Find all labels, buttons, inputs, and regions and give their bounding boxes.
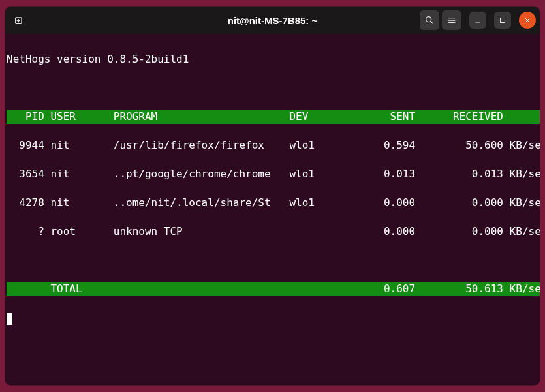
table-row: 4278nit..ome/nit/.local/share/Stwlo10.00… (7, 196, 540, 210)
close-button[interactable] (519, 12, 536, 29)
total-row: TOTAL 0.60750.613KB/sec (7, 282, 540, 296)
maximize-button[interactable] (494, 12, 511, 29)
col-dev: DEV (289, 110, 339, 124)
column-header: PIDUSERPROGRAMDEVSENTRECEIVED (7, 110, 540, 124)
menu-button[interactable] (442, 10, 461, 30)
svg-point-1 (426, 17, 431, 22)
cursor (7, 313, 12, 325)
terminal-output[interactable]: NetHogs version 0.8.5-2build1 PIDUSERPRO… (5, 34, 540, 385)
svg-rect-2 (501, 18, 505, 23)
col-pid: PID (7, 110, 44, 124)
version-line: NetHogs version 0.8.5-2build1 (7, 52, 540, 67)
titlebar: nit@nit-MS-7B85: ~ (5, 7, 540, 34)
terminal-window: nit@nit-MS-7B85: ~ NetHogs version 0.8.5… (5, 7, 540, 385)
col-sent: SENT (340, 110, 416, 124)
table-row: 3654nit..pt/google/chrome/chromewlo10.01… (7, 167, 540, 181)
minimize-button[interactable] (469, 12, 486, 29)
search-button[interactable] (420, 10, 439, 30)
table-row: ?rootunknown TCP0.0000.000KB/sec (7, 224, 540, 239)
table-row: 9944nit/usr/lib/firefox/firefoxwlo10.594… (7, 138, 540, 153)
total-label: TOTAL (50, 282, 101, 296)
new-tab-button[interactable] (9, 10, 29, 30)
col-received: RECEIVED (415, 110, 503, 124)
col-user: USER (50, 110, 101, 124)
col-program: PROGRAM (114, 110, 290, 124)
